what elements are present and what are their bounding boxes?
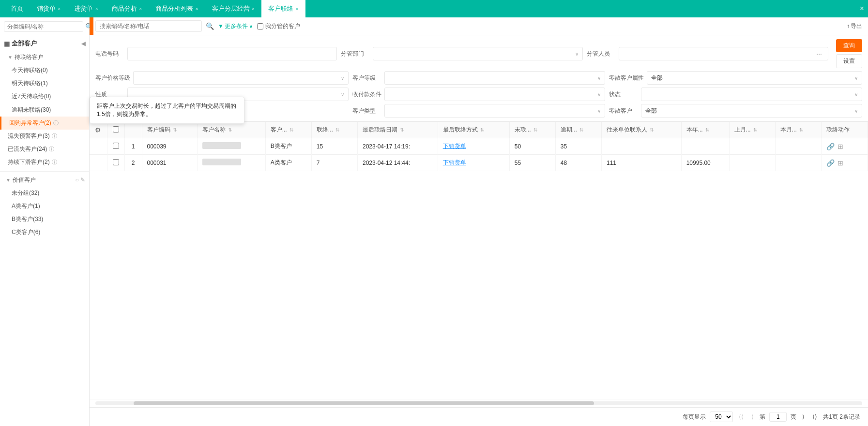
filter-zero-sale-customer-select[interactable]: 全部 ∨ (641, 104, 862, 118)
sort-overdue-icon[interactable]: ⇅ (579, 127, 583, 132)
td-last-date-1: 2023-04-17 14:19: (357, 138, 438, 155)
prev-page-button[interactable]: ⟨ (749, 412, 756, 421)
sort-uncontacted-icon[interactable]: ⇅ (533, 127, 537, 132)
sidebar-item-ungrouped[interactable]: 未分组(32) (0, 187, 89, 200)
more-action-icon-1[interactable]: ⊞ (838, 143, 843, 150)
nav-purchase[interactable]: 进货单 × (67, 0, 105, 17)
next-page-button[interactable]: ⟩ (800, 412, 807, 421)
td-name-1 (198, 138, 266, 155)
td-last-method-1[interactable]: 下销货单 (438, 138, 509, 155)
sidebar-item-tomorrow[interactable]: 明天待联络(1) (0, 77, 89, 90)
nav-analysis[interactable]: 商品分析 × (105, 0, 149, 17)
nav-analysis-list[interactable]: 商品分析列表 × (149, 0, 205, 17)
first-page-button[interactable]: ⟨⟨ (737, 412, 746, 421)
row-checkbox-2[interactable] (113, 159, 119, 165)
sidebar-item-7days[interactable]: 近7天待联络(0) (0, 90, 89, 103)
sort-code-icon[interactable]: ⇅ (173, 127, 177, 132)
sort-last-method-icon[interactable]: ⇅ (480, 127, 484, 132)
td-current-month-2 (775, 155, 821, 171)
branch-person-more[interactable]: ··· (814, 50, 824, 58)
td-current-year-1 (681, 138, 729, 155)
sidebar-collapse-icon[interactable]: ◀ (81, 41, 85, 47)
td-associated-2: 111 (601, 155, 681, 171)
page-number-input[interactable] (769, 412, 787, 422)
all-customers-header[interactable]: ▦ 全部客户 ◀ (0, 36, 89, 51)
nav-analysis-close[interactable]: × (139, 6, 142, 12)
sort-name-icon[interactable]: ⇅ (228, 127, 232, 132)
sidebar-item-class-c[interactable]: C类客户(6) (0, 226, 89, 239)
export-button[interactable]: ↑ 导出 (847, 22, 862, 30)
filter-zero-sale-property-select[interactable]: 全部 ∨ (647, 71, 862, 85)
th-last-method: 最后联络方式 ⇅ (438, 122, 509, 138)
sidebar-item-today[interactable]: 今天待联络(0) (0, 64, 89, 77)
sort-current-year-icon[interactable]: ⇅ (705, 127, 709, 132)
nav-home[interactable]: 首页 (4, 0, 30, 17)
filter-customer-level-select[interactable]: ∨ (384, 71, 606, 85)
main-search-button[interactable]: 🔍 (206, 22, 214, 30)
last-page-button[interactable]: ⟩⟩ (810, 412, 819, 421)
orange-tab-indicator (90, 17, 93, 35)
sidebar-item-lost[interactable]: 已流失客户(24) ⓘ (0, 143, 89, 156)
filter-branch-person-field: 分管人员 ··· (587, 47, 828, 60)
sidebar-item-class-b[interactable]: B类客户(33) (0, 213, 89, 226)
sidebar-item-lost-risk[interactable]: 流失预警客户(3) ⓘ (0, 130, 89, 143)
scrollbar-thumb[interactable] (134, 401, 594, 405)
nav-customer-contact[interactable]: 客户联络 × (261, 0, 305, 17)
per-page-select[interactable]: 50 (710, 411, 733, 422)
nav-sales[interactable]: 销货单 × (30, 0, 67, 17)
sort-contact-icon[interactable]: ⇅ (335, 127, 339, 132)
nav-purchase-close[interactable]: × (95, 6, 98, 12)
row-checkbox-1[interactable] (113, 143, 119, 149)
sidebar-search-input[interactable] (4, 21, 83, 32)
sidebar-item-declining[interactable]: 持续下滑客户(2) ⓘ (0, 156, 89, 169)
sidebar-item-class-a[interactable]: A类客户(1) (0, 200, 89, 213)
my-customers-check[interactable] (257, 23, 263, 29)
td-current-month-1 (775, 138, 821, 155)
my-customers-checkbox[interactable]: 我分管的客户 (257, 22, 300, 30)
sort-last-date-icon[interactable]: ⇅ (400, 127, 404, 132)
td-last-month-2 (729, 155, 775, 171)
value-customer-edit-icons[interactable]: ○ ✎ (75, 176, 85, 183)
filter-status-select[interactable]: ∨ (641, 88, 862, 101)
filter-branch-person-select[interactable]: ··· (619, 47, 828, 60)
td-overdue-2: 48 (555, 155, 601, 171)
filter-zero-sale-customer-field: 零散客户 全部 ∨ (609, 104, 862, 118)
select-all-checkbox[interactable] (113, 126, 119, 132)
sidebar-item-repurchase-abnormal[interactable]: 回购异常客户(2) ⓘ (0, 117, 89, 130)
filter-price-level-select[interactable]: ∨ (133, 71, 349, 85)
sort-associated-icon[interactable]: ⇅ (650, 127, 654, 132)
nav-analysis-list-close[interactable]: × (195, 6, 198, 12)
sort-type-icon[interactable]: ⇅ (289, 127, 293, 132)
filter-branch-dept-select[interactable]: ∨ (373, 47, 582, 60)
sort-current-month-icon[interactable]: ⇅ (799, 127, 803, 132)
filter-phone-input[interactable] (127, 47, 337, 60)
settings-button[interactable]: 设置 (836, 54, 862, 68)
more-action-icon-2[interactable]: ⊞ (838, 159, 843, 167)
td-last-method-2[interactable]: 下销货单 (438, 155, 509, 171)
contact-icon-1[interactable]: 🔗 (826, 143, 835, 150)
filter-payment-select[interactable]: ∨ (384, 88, 606, 101)
query-button[interactable]: 查询 (836, 39, 862, 52)
sidebar-section-value[interactable]: ▼ 价值客户 ○ ✎ (0, 174, 89, 187)
table-settings-icon[interactable]: ⚙ (95, 126, 101, 134)
sidebar-section-pending[interactable]: ▼ 待联络客户 (0, 51, 89, 64)
nav-customer-tier[interactable]: 客户分层经营 × (205, 0, 261, 17)
nav-customer-contact-close[interactable]: × (295, 6, 298, 12)
zero-sale-property-arrow: ∨ (854, 75, 858, 81)
sidebar-item-overdue[interactable]: 逾期未联络(30) (0, 103, 89, 117)
filter-branch-dept-field: 分管部门 ∨ (341, 47, 582, 60)
th-contact: 联络... ⇅ (311, 122, 357, 138)
filter-customer-type-select[interactable]: ∨ (384, 104, 606, 118)
close-all-button[interactable]: × (860, 4, 864, 13)
branch-dept-arrow: ∨ (575, 51, 579, 57)
nav-sales-close[interactable]: × (58, 6, 61, 12)
main-search-input[interactable] (95, 20, 202, 32)
contact-icon-2[interactable]: 🔗 (826, 159, 835, 167)
sort-last-month-icon[interactable]: ⇅ (753, 127, 757, 132)
td-checkbox-1 (107, 138, 124, 155)
more-conditions-button[interactable]: ▼ 更多条件 ∨ (218, 22, 253, 30)
filter-row-1: 电话号码 分管部门 ∨ 分管人员 ··· (95, 39, 862, 68)
horizontal-scrollbar[interactable] (90, 399, 868, 407)
info-icon-lost-risk: ⓘ (52, 132, 57, 141)
nav-customer-tier-close[interactable]: × (252, 6, 255, 12)
